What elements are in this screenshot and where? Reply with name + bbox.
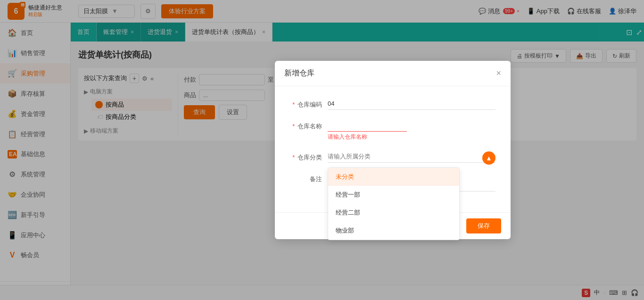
name-error-message: 请输入仓库名称 <box>328 133 495 141</box>
dropdown-item-2[interactable]: 经营二部 <box>328 204 459 222</box>
name-form-row: * 仓库名称 请输入仓库名称 <box>290 119 495 141</box>
dialog-header: 新增仓库 × <box>275 61 511 86</box>
save-button[interactable]: 保存 <box>466 218 501 233</box>
classify-dropdown-toggle[interactable]: ▲ <box>482 151 495 165</box>
classify-dropdown: 未分类 经营一部 经营二部 物业部 <box>328 167 460 240</box>
chevron-up-icon: ▲ <box>486 154 492 162</box>
dropdown-item-0[interactable]: 未分类 <box>328 168 459 186</box>
dropdown-item-1[interactable]: 经营一部 <box>328 186 459 204</box>
name-input[interactable] <box>328 119 407 132</box>
dialog-close-button[interactable]: × <box>496 68 501 78</box>
classify-input-wrap: ▲ 未分类 经营一部 经营二部 物业部 <box>328 150 495 163</box>
classify-input[interactable] <box>328 150 495 163</box>
remark-label: 备注 <box>290 172 328 183</box>
classify-form-row: * 仓库分类 ▲ 未分类 经营一部 经营二部 物业部 <box>290 150 495 163</box>
dropdown-item-3[interactable]: 物业部 <box>328 222 459 240</box>
classify-label: * 仓库分类 <box>290 150 328 162</box>
new-warehouse-dialog: 新增仓库 × * 仓库编码 * 仓库名称 请输入仓库名称 * <box>275 61 511 239</box>
code-label: * 仓库编码 <box>290 98 328 109</box>
required-marker: * <box>292 101 295 108</box>
code-input[interactable] <box>328 98 495 110</box>
dialog-body: * 仓库编码 * 仓库名称 请输入仓库名称 * 仓库分类 <box>275 86 511 212</box>
dialog-title: 新增仓库 <box>284 68 314 78</box>
name-input-wrap: 请输入仓库名称 <box>328 119 495 141</box>
code-form-row: * 仓库编码 <box>290 98 495 110</box>
name-label: * 仓库名称 <box>290 119 328 131</box>
